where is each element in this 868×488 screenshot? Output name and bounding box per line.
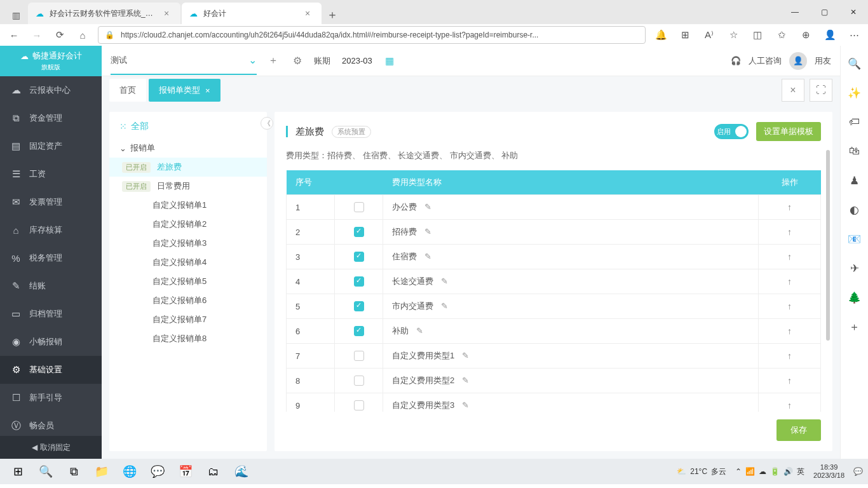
sidebar-icon-5[interactable]: ◐ xyxy=(847,202,862,217)
move-up-icon[interactable]: ↑ xyxy=(787,326,792,336)
sidebar-icon-4[interactable]: ♟ xyxy=(847,173,862,188)
nav-item-2[interactable]: ▤固定资产 xyxy=(0,132,102,160)
refresh-button[interactable]: ⟳ xyxy=(52,27,67,43)
edit-icon[interactable]: ✎ xyxy=(462,376,469,385)
consult-link[interactable]: 人工咨询 xyxy=(749,55,782,67)
maximize-button[interactable]: ▢ xyxy=(810,0,839,24)
save-button[interactable]: 保存 xyxy=(776,419,821,441)
tab-list-button[interactable]: ▥ xyxy=(5,6,27,24)
category-item-5[interactable]: 自定义报销单4 xyxy=(109,253,267,272)
template-settings-button[interactable]: 设置单据模板 xyxy=(756,122,821,141)
favorite-icon[interactable]: ☆ xyxy=(726,27,741,43)
panel-collapse-button[interactable]: 《 xyxy=(261,117,273,130)
checkbox[interactable] xyxy=(354,400,364,410)
edit-icon[interactable]: ✎ xyxy=(424,202,431,212)
nav-item-5[interactable]: ⌂库存核算 xyxy=(0,216,102,244)
fullscreen-button[interactable]: ⛶ xyxy=(810,79,832,102)
edit-icon[interactable]: ✎ xyxy=(462,400,469,410)
close-all-tabs-button[interactable]: × xyxy=(782,79,804,102)
close-icon[interactable]: × xyxy=(205,86,210,95)
task-view-button[interactable]: ⧉ xyxy=(61,459,86,484)
edit-icon[interactable]: ✎ xyxy=(462,351,469,360)
move-up-icon[interactable]: ↑ xyxy=(787,276,792,287)
back-button[interactable]: ← xyxy=(6,27,22,43)
browser-tab-1[interactable]: ☁ 好会计 × xyxy=(182,3,322,24)
nav-item-1[interactable]: ⧉资金管理 xyxy=(0,104,102,132)
calendar-icon[interactable]: ▦ xyxy=(385,55,394,67)
settings-icon[interactable]: ⚙ xyxy=(290,53,305,69)
sidebar-icon-1[interactable]: ✨ xyxy=(847,85,862,100)
checkbox[interactable] xyxy=(354,326,364,336)
move-up-icon[interactable]: ↑ xyxy=(787,400,792,410)
checkbox[interactable] xyxy=(354,252,364,262)
cloud-sync-icon[interactable]: ☁ xyxy=(759,467,766,476)
category-item-6[interactable]: 自定义报销单5 xyxy=(109,272,267,291)
notifications-icon[interactable]: 💬 xyxy=(853,467,863,476)
calendar-icon[interactable]: 📅 xyxy=(173,459,198,484)
battery-icon[interactable]: 🔋 xyxy=(770,467,780,476)
sidebar-icon-3[interactable]: 🛍 xyxy=(847,144,862,159)
notification-icon[interactable]: 🔔 xyxy=(653,27,668,43)
org-selector[interactable]: 测试 ⌄ xyxy=(111,47,257,75)
category-item-4[interactable]: 自定义报销单3 xyxy=(109,234,267,253)
clock[interactable]: 18:39 2023/3/18 xyxy=(813,463,844,480)
nav-collapse-button[interactable]: ◀ 取消固定 xyxy=(0,436,102,459)
minimize-button[interactable]: — xyxy=(780,0,810,24)
sidebar-icon-9[interactable]: ＋ xyxy=(847,319,862,334)
more-icon[interactable]: ⋯ xyxy=(846,27,862,43)
move-up-icon[interactable]: ↑ xyxy=(787,227,792,237)
edit-icon[interactable]: ✎ xyxy=(424,227,431,236)
weather-widget[interactable]: ⛅ 21°C 多云 xyxy=(677,466,726,477)
sidebar-icon-0[interactable]: 🔍 xyxy=(847,56,862,71)
browser-tab-0[interactable]: ☁ 好会计云财务软件管理系统_会计... × xyxy=(28,3,180,24)
enable-toggle[interactable]: 启用 xyxy=(714,124,749,139)
split-icon[interactable]: ◫ xyxy=(750,27,765,43)
home-button[interactable]: ⌂ xyxy=(75,27,90,43)
nav-item-3[interactable]: ☰工资 xyxy=(0,160,102,188)
close-button[interactable]: ✕ xyxy=(839,0,868,24)
move-up-icon[interactable]: ↑ xyxy=(787,252,792,262)
move-up-icon[interactable]: ↑ xyxy=(787,202,792,212)
category-item-9[interactable]: 自定义报销单8 xyxy=(109,329,267,348)
forward-button[interactable]: → xyxy=(29,27,44,43)
edit-icon[interactable]: ✎ xyxy=(441,301,448,311)
move-up-icon[interactable]: ↑ xyxy=(787,376,792,386)
category-group[interactable]: ⌄ 报销单 xyxy=(109,139,267,158)
avatar[interactable]: 👤 xyxy=(789,52,807,70)
checkbox[interactable] xyxy=(354,351,364,361)
ime-indicator[interactable]: 英 xyxy=(797,466,804,477)
explorer-icon[interactable]: 📁 xyxy=(89,459,114,484)
category-item-2[interactable]: 自定义报销单1 xyxy=(109,196,267,215)
tray-chevron-icon[interactable]: ⌃ xyxy=(735,467,742,476)
nav-item-12[interactable]: Ⓥ畅会员 xyxy=(0,412,102,436)
tab-home[interactable]: 首页 xyxy=(109,79,146,102)
files-icon[interactable]: 🗂 xyxy=(201,459,226,484)
close-icon[interactable]: × xyxy=(305,8,315,18)
add-button[interactable]: ＋ xyxy=(266,53,281,69)
edit-icon[interactable]: ✎ xyxy=(441,276,448,286)
category-item-1[interactable]: 已开启日常费用 xyxy=(109,177,267,196)
edge-icon[interactable]: 🌊 xyxy=(229,459,254,484)
checkbox[interactable] xyxy=(354,276,364,287)
collections-icon[interactable]: ⊕ xyxy=(798,27,813,43)
checkbox[interactable] xyxy=(354,202,364,212)
edit-icon[interactable]: ✎ xyxy=(424,252,431,261)
volume-icon[interactable]: 🔊 xyxy=(783,467,793,476)
url-input[interactable]: 🔒 https://cloud2.chanjet.com/accounting/… xyxy=(98,26,646,44)
read-aloud-icon[interactable]: A⁾ xyxy=(702,27,717,43)
nav-item-9[interactable]: ◉小畅报销 xyxy=(0,328,102,356)
tab-reimburse-type[interactable]: 报销单类型 × xyxy=(149,79,220,102)
category-item-8[interactable]: 自定义报销单7 xyxy=(109,310,267,329)
search-button[interactable]: 🔍 xyxy=(33,459,58,484)
sidebar-icon-8[interactable]: 🌲 xyxy=(847,290,862,305)
nav-item-7[interactable]: ✎结账 xyxy=(0,272,102,300)
new-tab-button[interactable]: ＋ xyxy=(323,5,342,24)
sidebar-icon-6[interactable]: 📧 xyxy=(847,231,862,247)
nav-item-0[interactable]: ☁云报表中心 xyxy=(0,76,102,104)
edit-icon[interactable]: ✎ xyxy=(416,326,423,336)
move-up-icon[interactable]: ↑ xyxy=(787,351,792,361)
wechat-icon[interactable]: 💬 xyxy=(145,459,170,484)
nav-item-10[interactable]: ⚙基础设置 xyxy=(0,356,102,384)
start-button[interactable]: ⊞ xyxy=(5,459,31,484)
checkbox[interactable] xyxy=(354,376,364,386)
